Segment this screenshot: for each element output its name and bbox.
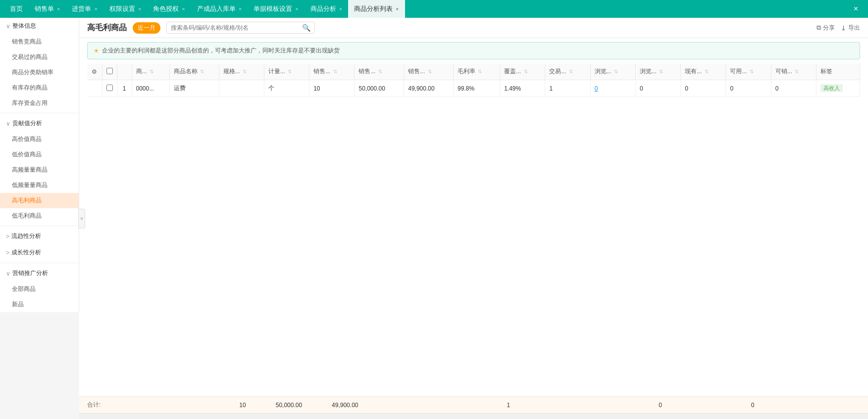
cell-checkbox[interactable] bbox=[102, 80, 117, 97]
share-button[interactable]: ⧉ 分享 bbox=[817, 24, 835, 32]
sidebar-item-in-stock[interactable]: 有库存的商品 bbox=[0, 80, 79, 95]
sort-icon-unit: ⇅ bbox=[288, 69, 292, 74]
sidebar-section-growth-analysis[interactable]: > 成长性分析 bbox=[0, 244, 79, 261]
sidebar-item-high-value[interactable]: 高价值商品 bbox=[0, 132, 79, 147]
sort-icon-saleable: ⇅ bbox=[795, 69, 799, 74]
nav-product-purchase[interactable]: 产成品入库单 × bbox=[191, 0, 248, 18]
select-all-checkbox[interactable] bbox=[106, 68, 113, 74]
info-banner: ☀ 企业的主要的利润都是这部分商品创造的，可考虑加大推广，同时关注库存是不要出现… bbox=[87, 42, 860, 59]
search-icon[interactable]: 🔍 bbox=[302, 24, 310, 32]
sidebar-item-new-products[interactable]: 新品 bbox=[0, 297, 79, 312]
sort-icon-sales-qty: ⇅ bbox=[333, 69, 337, 74]
footer-transaction: 1 bbox=[507, 402, 510, 409]
sidebar-item-product-contrib[interactable]: 商品分类助销率 bbox=[0, 65, 79, 80]
chevron-right-icon: > bbox=[6, 233, 9, 240]
sort-icon-name: ⇅ bbox=[200, 69, 204, 74]
col-header-spec[interactable]: 规格... ⇅ bbox=[219, 63, 264, 80]
col-header-settings[interactable]: ⚙ bbox=[87, 63, 102, 80]
sidebar-item-low-margin[interactable]: 低毛利商品 bbox=[0, 208, 79, 224]
close-role-auth[interactable]: × bbox=[182, 6, 185, 12]
sort-icon-browse1: ⇅ bbox=[614, 69, 618, 74]
content-area: 高毛利商品 近一月 🔍 ⧉ 分享 ⤓ 导出 ☀ 企业的主要的利润都是这部分商品创… bbox=[79, 18, 868, 419]
nav-purchase-order[interactable]: 进货单 × bbox=[66, 0, 103, 18]
sidebar-item-capital-occupation[interactable]: 库存资金占用 bbox=[0, 95, 79, 111]
sidebar-section-financial-analysis[interactable]: ∨ 贡献值分析 bbox=[0, 115, 79, 132]
sidebar-section-overall-info[interactable]: ∨ 整体信息 bbox=[0, 18, 79, 34]
col-header-saleable[interactable]: 可销... ⇅ bbox=[771, 63, 816, 80]
sort-icon-transaction: ⇅ bbox=[569, 69, 573, 74]
cell-code: 0000... bbox=[132, 80, 169, 97]
col-header-coverage[interactable]: 覆盖... ⇅ bbox=[500, 63, 545, 80]
divider-1 bbox=[0, 113, 79, 113]
sort-icon-sales-cost: ⇅ bbox=[428, 69, 432, 74]
horizontal-scrollbar[interactable] bbox=[79, 413, 868, 419]
search-input[interactable] bbox=[171, 24, 302, 31]
col-header-code[interactable]: 商... ⇅ bbox=[132, 63, 169, 80]
nav-product-analysis[interactable]: 商品分析 × bbox=[305, 0, 348, 18]
footer-empty4 bbox=[599, 402, 629, 409]
col-header-sales-cost[interactable]: 销售... ⇅ bbox=[404, 63, 454, 80]
sidebar-item-traded-products[interactable]: 交易过的商品 bbox=[0, 49, 79, 65]
sidebar-collapse-button[interactable]: « bbox=[78, 209, 85, 229]
cell-saleable: 0 bbox=[771, 80, 816, 97]
sidebar-item-high-margin[interactable]: 高毛利商品 bbox=[0, 193, 79, 208]
col-header-checkbox[interactable] bbox=[102, 63, 117, 80]
footer-sales-amount: 50,000.00 bbox=[276, 402, 302, 409]
cell-browse1[interactable]: 0 bbox=[590, 80, 635, 97]
sidebar-section-trend-analysis[interactable]: > 流趋性分析 bbox=[0, 228, 79, 244]
col-header-browse1[interactable]: 浏览... ⇅ bbox=[590, 63, 635, 80]
close-purchase-order[interactable]: × bbox=[94, 6, 97, 12]
nav-template-settings[interactable]: 单据模板设置 × bbox=[248, 0, 304, 18]
filter-recent-month-button[interactable]: 近一月 bbox=[133, 22, 160, 34]
cell-transaction: 1 bbox=[545, 80, 590, 97]
col-header-unit[interactable]: 计量... ⇅ bbox=[264, 63, 309, 80]
close-permissions[interactable]: × bbox=[138, 6, 141, 12]
col-header-tag[interactable]: 标签 bbox=[817, 63, 860, 80]
close-product-purchase[interactable]: × bbox=[239, 6, 242, 12]
export-button[interactable]: ⤓ 导出 bbox=[841, 24, 860, 32]
cell-sales-qty: 10 bbox=[309, 80, 355, 97]
sidebar-item-low-freq[interactable]: 低频量量商品 bbox=[0, 178, 79, 193]
sidebar-wrapper: ∨ 整体信息 销售竞商品 交易过的商品 商品分类助销率 有库存的商品 库存资金占… bbox=[0, 18, 79, 419]
row-checkbox[interactable] bbox=[106, 85, 113, 91]
sidebar-item-all-products[interactable]: 全部商品 bbox=[0, 281, 79, 297]
top-navigation: 首页 销售单 × 进货单 × 权限设置 × 角色授权 × 产成品入库单 × 单据… bbox=[0, 0, 868, 18]
page-title: 高毛利商品 bbox=[87, 23, 127, 33]
nav-sales-order[interactable]: 销售单 × bbox=[29, 0, 66, 18]
col-header-browse2[interactable]: 浏览... ⇅ bbox=[635, 63, 680, 80]
content-header: 高毛利商品 近一月 🔍 ⧉ 分享 ⤓ 导出 bbox=[79, 18, 868, 38]
nav-product-analysis-list[interactable]: 商品分析列表 × bbox=[348, 0, 405, 18]
cell-sales-cost: 49,900.00 bbox=[404, 80, 454, 97]
sidebar-item-low-value[interactable]: 低价值商品 bbox=[0, 147, 79, 162]
sort-icon-spec: ⇅ bbox=[243, 69, 247, 74]
cell-name: 运费 bbox=[169, 80, 219, 97]
nav-home[interactable]: 首页 bbox=[4, 0, 29, 18]
col-header-usable[interactable]: 可用... ⇅ bbox=[726, 63, 771, 80]
sidebar-section-marketing-analysis[interactable]: ∨ 营销推广分析 bbox=[0, 265, 79, 281]
sidebar-item-high-freq[interactable]: 高频量量商品 bbox=[0, 162, 79, 178]
close-product-analysis-list[interactable]: × bbox=[396, 6, 399, 12]
close-template-settings[interactable]: × bbox=[295, 6, 298, 12]
col-header-transaction[interactable]: 交易... ⇅ bbox=[545, 63, 590, 80]
close-sales-order[interactable]: × bbox=[57, 6, 60, 12]
col-header-available[interactable]: 现有... ⇅ bbox=[681, 63, 726, 80]
main-layout: ∨ 整体信息 销售竞商品 交易过的商品 商品分类助销率 有库存的商品 库存资金占… bbox=[0, 18, 868, 419]
nav-role-auth[interactable]: 角色授权 × bbox=[147, 0, 191, 18]
table-header-row: ⚙ 商... ⇅ 商品名称 ⇅ bbox=[87, 63, 860, 80]
sort-icon-available: ⇅ bbox=[705, 69, 709, 74]
col-header-gross-margin[interactable]: 毛利率 ⇅ bbox=[454, 63, 500, 80]
col-header-sales-amount[interactable]: 销售... ⇅ bbox=[355, 63, 404, 80]
nav-permissions[interactable]: 权限设置 × bbox=[103, 0, 147, 18]
cell-sales-amount: 50,000.00 bbox=[355, 80, 404, 97]
col-header-sales-qty[interactable]: 销售... ⇅ bbox=[309, 63, 355, 80]
table-container: ⚙ 商... ⇅ 商品名称 ⇅ bbox=[79, 63, 868, 396]
col-header-name[interactable]: 商品名称 ⇅ bbox=[169, 63, 219, 80]
close-product-analysis[interactable]: × bbox=[339, 6, 342, 12]
footer-available: 0 bbox=[659, 402, 662, 409]
close-window-button[interactable]: × bbox=[848, 4, 864, 13]
export-icon: ⤓ bbox=[841, 24, 846, 32]
sort-icon-browse2: ⇅ bbox=[659, 69, 663, 74]
col-header-num bbox=[117, 63, 132, 80]
sidebar-item-sales-ranking[interactable]: 销售竞商品 bbox=[0, 34, 79, 49]
cell-settings bbox=[87, 80, 102, 97]
